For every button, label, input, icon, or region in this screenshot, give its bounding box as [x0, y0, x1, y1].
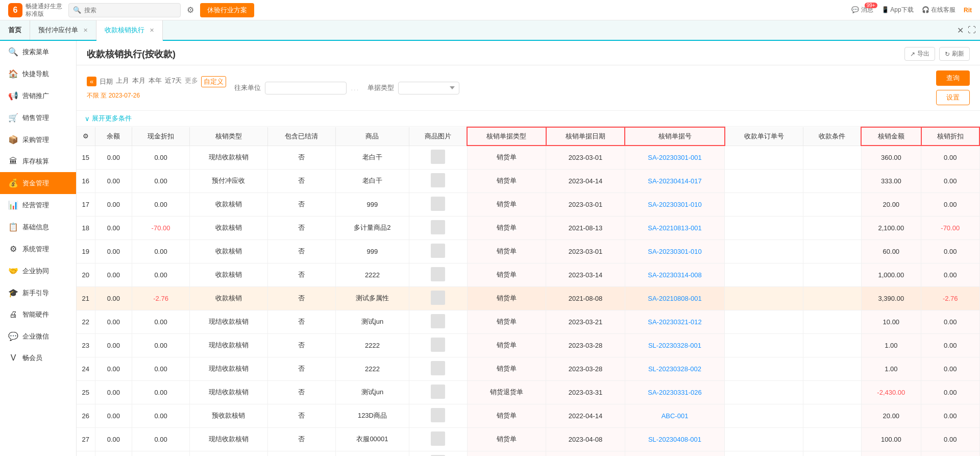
- cell-balance: 0.00: [95, 310, 132, 333]
- col-settings[interactable]: ⚙: [77, 127, 95, 146]
- cell-writeoff-type: 现结收款核销: [189, 451, 267, 456]
- cell-payment-cond: [803, 357, 862, 380]
- date-this-month[interactable]: 本月: [132, 76, 145, 87]
- tab-writeoff[interactable]: 收款核销执行 ✕: [96, 20, 163, 41]
- sidebar-item-basic[interactable]: 📋 基础信息: [0, 216, 76, 238]
- sidebar-item-marketing[interactable]: 📢 营销推广: [0, 85, 76, 107]
- bill-no-link[interactable]: SA-20230331-026: [648, 389, 702, 396]
- sidebar-item-sales[interactable]: 🛒 销售管理: [0, 107, 76, 129]
- expand-more-bar[interactable]: ∨ 展开更多条件: [77, 111, 980, 127]
- cell-balance: 0.00: [95, 239, 132, 263]
- industry-btn[interactable]: 休验行业方案: [200, 3, 254, 17]
- bill-no-link[interactable]: SA-20210813-001: [648, 224, 702, 232]
- cell-amount: 333.00: [861, 169, 921, 193]
- date-more[interactable]: 更多: [185, 76, 198, 87]
- cell-order-no: [725, 427, 803, 451]
- bill-no-link[interactable]: SL-20230328-001: [648, 342, 701, 349]
- bill-no-link[interactable]: SL-20230408-001: [648, 436, 701, 443]
- bill-no-link[interactable]: SA-20230301-010: [648, 201, 702, 208]
- cell-bill-date: 2021-08-13: [546, 216, 625, 239]
- bill-type-select[interactable]: [398, 82, 459, 94]
- cell-bill-no[interactable]: SA-20230331-026: [625, 380, 725, 404]
- gear-icon[interactable]: ⚙: [187, 5, 194, 15]
- sidebar-item-business[interactable]: 📊 经营管理: [0, 194, 76, 216]
- cell-bill-no[interactable]: SA-20230314-008: [625, 263, 725, 286]
- cell-bill-no[interactable]: SA-20230321-012: [625, 310, 725, 333]
- cell-id: 20: [77, 263, 95, 286]
- cell-balance: 0.00: [95, 404, 132, 427]
- cell-product-img: [409, 380, 468, 404]
- user-avatar[interactable]: Rit: [964, 7, 972, 14]
- cell-bill-no[interactable]: SA-20210808-001: [625, 286, 725, 310]
- cell-payment-cond: [803, 333, 862, 357]
- filter-collapse-btn[interactable]: «: [87, 77, 96, 86]
- cell-bill-no[interactable]: SL-20230328-001: [625, 333, 725, 357]
- cell-balance: 0.00: [95, 380, 132, 404]
- bill-no-link[interactable]: SL-20230328-002: [648, 365, 701, 373]
- date-last-month[interactable]: 上月: [116, 76, 129, 87]
- sidebar-item-search[interactable]: 🔍 搜索菜单: [0, 41, 76, 63]
- cell-discount: 0.00: [921, 146, 979, 169]
- bill-no-link[interactable]: SA-20230301-010: [648, 248, 702, 255]
- top-search-bar[interactable]: 🔍: [68, 3, 181, 17]
- cell-bill-date: 2023-04-14: [546, 169, 625, 193]
- cell-bill-no[interactable]: SA-20230301-010: [625, 193, 725, 216]
- cell-bill-no[interactable]: SA-20210813-001: [625, 216, 725, 239]
- cell-bill-no[interactable]: SL-20230418-001: [625, 451, 725, 456]
- page-header: 收款核销执行(按收款) ↗ 导出 ↻ 刷新: [77, 41, 980, 65]
- tab-writeoff-close[interactable]: ✕: [150, 27, 154, 34]
- bill-no-link[interactable]: ABC-001: [662, 412, 689, 420]
- date-this-year[interactable]: 本年: [149, 76, 162, 87]
- date-7days[interactable]: 近7天: [165, 76, 182, 87]
- partner-input[interactable]: [265, 82, 347, 94]
- cell-id: 18: [77, 216, 95, 239]
- sidebar-item-system[interactable]: ⚙ 系统管理: [0, 238, 76, 260]
- cell-order-no: [725, 216, 803, 239]
- window-close-btn[interactable]: ✕: [957, 26, 964, 35]
- query-button[interactable]: 查询: [936, 70, 970, 86]
- cell-bill-no[interactable]: ABC-001: [625, 404, 725, 427]
- cell-bill-no[interactable]: SA-20230301-010: [625, 239, 725, 263]
- cell-amount: 20.00: [861, 404, 921, 427]
- cell-amount: 1.00: [861, 333, 921, 357]
- sidebar-item-quicknav[interactable]: 🏠 快捷导航: [0, 63, 76, 85]
- export-button[interactable]: ↗ 导出: [904, 47, 935, 61]
- sidebar-item-collab[interactable]: 🤝 企业协同: [0, 260, 76, 282]
- cell-id: 26: [77, 404, 95, 427]
- bill-no-link[interactable]: SA-20230321-012: [648, 318, 702, 326]
- tab-home[interactable]: 首页: [0, 20, 30, 40]
- tab-prepay-close[interactable]: ✕: [83, 27, 88, 34]
- cell-bill-no[interactable]: SL-20230408-001: [625, 427, 725, 451]
- sidebar-item-member[interactable]: V 畅会员: [0, 347, 76, 369]
- search-input[interactable]: [84, 7, 176, 14]
- app-download-link[interactable]: 📱 App下载: [881, 6, 914, 14]
- sidebar-item-guide[interactable]: 🎓 新手引导: [0, 282, 76, 304]
- bill-no-link[interactable]: SA-20210808-001: [648, 295, 702, 302]
- sidebar-item-inventory[interactable]: 🏛 库存核算: [0, 151, 76, 172]
- online-service-link[interactable]: 🎧 在线客服: [922, 6, 955, 14]
- window-maximize-btn[interactable]: ⛶: [968, 26, 976, 35]
- cell-bill-no[interactable]: SA-20230301-001: [625, 146, 725, 169]
- cell-discount: 0.00: [921, 333, 979, 357]
- sidebar-item-wechat[interactable]: 💬 企业微信: [0, 325, 76, 347]
- cell-bill-no[interactable]: SL-20230328-002: [625, 357, 725, 380]
- date-custom[interactable]: 自定义: [201, 76, 226, 87]
- cell-product: 999: [335, 193, 409, 216]
- purchase-icon: 📦: [8, 135, 18, 145]
- bill-no-link[interactable]: SA-20230314-008: [648, 271, 702, 279]
- notification-bell[interactable]: 💬 消息 99+: [851, 6, 873, 14]
- cell-amount: 3,390.00: [861, 286, 921, 310]
- refresh-button[interactable]: ↻ 刷新: [939, 47, 970, 61]
- cell-id: 28: [77, 451, 95, 456]
- sidebar-item-hardware[interactable]: 🖨 智能硬件: [0, 304, 76, 325]
- sidebar-item-finance[interactable]: 💰 资金管理: [0, 172, 76, 194]
- cell-bill-date: 2023-03-01: [546, 146, 625, 169]
- sidebar-item-purchase[interactable]: 📦 采购管理: [0, 129, 76, 151]
- cell-order-no: [725, 333, 803, 357]
- bill-no-link[interactable]: SA-20230301-001: [648, 154, 702, 161]
- tab-prepay[interactable]: 预付冲应付单 ✕: [30, 20, 96, 40]
- cell-included: 否: [267, 193, 335, 216]
- cell-bill-no[interactable]: SA-20230414-017: [625, 169, 725, 193]
- filter-settings-button[interactable]: 设置: [936, 90, 970, 105]
- bill-no-link[interactable]: SA-20230414-017: [648, 177, 702, 185]
